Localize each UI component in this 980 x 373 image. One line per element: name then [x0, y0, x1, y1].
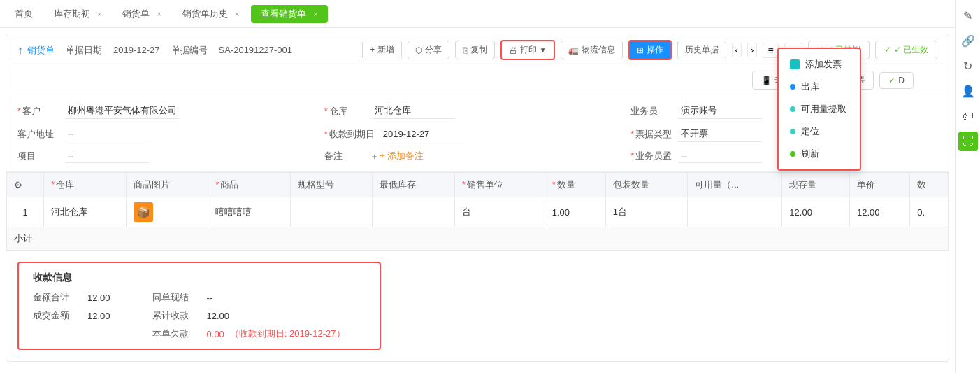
- table-row: 1 河北仓库 📦 嘻嘻嘻嘻 台 1.00 1台 12.00 12.00: [7, 197, 949, 227]
- cell-product: 嘻嘻嘻嘻: [208, 197, 291, 227]
- total-amount-value: 12.00: [87, 293, 110, 303]
- nav-prev-button[interactable]: ‹: [732, 43, 742, 57]
- current-arrears-value: 0.00: [207, 329, 224, 339]
- due-date-note: （收款到期日: 2019-12-27）: [230, 328, 345, 340]
- edit-icon[interactable]: ✎: [958, 6, 978, 25]
- locate-label: 定位: [801, 125, 819, 138]
- logistics-button[interactable]: 🚛 物流信息: [561, 41, 623, 59]
- effective-status: ✓ ✓ 已生效: [875, 41, 937, 59]
- tag-icon[interactable]: 🏷: [958, 106, 978, 126]
- nav-next-button[interactable]: ›: [747, 43, 757, 57]
- tab-sales[interactable]: 销货单 ×: [113, 3, 170, 25]
- expand-icon[interactable]: ⛶: [958, 132, 978, 151]
- tab-sales-close[interactable]: ×: [157, 10, 161, 18]
- cell-seq: 1: [7, 197, 44, 227]
- tab-inventory[interactable]: 库存期初 ×: [45, 3, 110, 25]
- doc-date-value: 2019-12-27: [113, 45, 160, 55]
- cumulative-receipt-value: 12.00: [207, 311, 230, 321]
- operation-button[interactable]: ⊞ 操作: [628, 40, 672, 60]
- due-date-label: 收款到期日: [324, 128, 375, 141]
- payment-info-box: 收款信息 金额合计 12.00 成交金额 12.00: [17, 262, 381, 350]
- col-spec: 规格型号: [290, 173, 373, 197]
- tab-view-sales-close[interactable]: ×: [313, 10, 317, 18]
- locate-item[interactable]: 定位: [779, 120, 860, 143]
- tab-bar: 首页 库存期初 × 销货单 × 销货单历史 × 查看销货单 × ×: [0, 0, 980, 28]
- transaction-amount-value: 12.00: [87, 311, 110, 321]
- add-remark-label: + 添加备注: [380, 150, 424, 162]
- ticket-type-value[interactable]: 不开票: [678, 126, 762, 142]
- due-date-value[interactable]: 2019-12-27: [380, 127, 464, 141]
- available-qty-icon: [790, 106, 795, 112]
- doc-date-label: 单据日期: [66, 44, 102, 57]
- customer-field: 客户 柳州粤港平安气体有限公司: [17, 103, 324, 119]
- cell-qty: 1.00: [545, 197, 605, 227]
- cumulative-receipt-label: 累计收款: [152, 309, 201, 322]
- view-list-button[interactable]: ≡: [763, 43, 778, 58]
- cell-amount: 0.: [910, 197, 949, 227]
- tab-sales-history-close[interactable]: ×: [235, 10, 239, 18]
- due-date-field: 收款到期日 2019-12-27: [324, 127, 631, 141]
- salesman-value[interactable]: --: [678, 149, 762, 163]
- tab-inventory-close[interactable]: ×: [97, 10, 101, 18]
- project-value[interactable]: --: [65, 149, 149, 163]
- logistics-label: 物流信息: [582, 44, 615, 56]
- cell-sales-unit: 台: [454, 197, 545, 227]
- payment-rows: 金额合计 12.00 成交金额 12.00 同单现结 --: [33, 291, 366, 340]
- refresh-item[interactable]: 刷新: [779, 143, 860, 165]
- check-d-button[interactable]: ✓ D: [879, 72, 914, 89]
- transaction-amount-item: 成交金额 12.00: [33, 309, 110, 322]
- col-product-img: 商品图片: [126, 173, 208, 197]
- print-button[interactable]: 🖨 打印 ▼: [500, 40, 555, 60]
- share-button[interactable]: ⬡ 分享: [408, 41, 449, 59]
- product-image: 📦: [134, 202, 153, 222]
- add-remark-button[interactable]: + + 添加备注: [372, 150, 424, 162]
- total-amount-item: 金额合计 12.00: [33, 291, 110, 304]
- col-min-stock: 最低库存: [373, 173, 455, 197]
- subtotal-row: 小计: [7, 227, 949, 251]
- same-order-settlement-label: 同单现结: [152, 291, 201, 304]
- share-label: 分享: [425, 44, 442, 56]
- add-invoice-item[interactable]: 添加发票: [779, 53, 860, 76]
- same-order-settlement-value: --: [207, 293, 213, 303]
- tab-home[interactable]: 首页: [6, 3, 42, 25]
- right-sidebar: ✎ 🔗 ↻ 👤 🏷 ⛶: [955, 0, 980, 373]
- outbound-item[interactable]: 出库: [779, 76, 860, 98]
- project-label: 项目: [17, 150, 59, 162]
- outbound-icon: [790, 84, 795, 90]
- current-arrears-item: 本单欠款 0.00 （收款到期日: 2019-12-27）: [152, 328, 345, 340]
- available-qty-label: 可用量提取: [801, 103, 846, 115]
- tab-view-sales-label: 查看销货单: [261, 8, 306, 20]
- payment-col-left: 金额合计 12.00 成交金额 12.00: [33, 291, 110, 340]
- available-qty-item[interactable]: 可用量提取: [779, 98, 860, 120]
- tab-sales-history[interactable]: 销货单历史 ×: [173, 3, 248, 25]
- address-value[interactable]: --: [65, 127, 149, 141]
- person-icon[interactable]: 👤: [958, 81, 978, 101]
- effective-label: ✓ 已生效: [894, 45, 928, 55]
- same-order-settlement-item: 同单现结 --: [152, 291, 345, 304]
- warehouse-value[interactable]: 河北仓库: [372, 103, 456, 119]
- link-icon[interactable]: 🔗: [958, 31, 978, 50]
- add-invoice-icon: [790, 59, 800, 69]
- col-current-stock: 现存量: [782, 173, 850, 197]
- staff-value: 演示账号: [678, 103, 762, 119]
- cell-available: [688, 197, 782, 227]
- check-d-label: D: [898, 76, 905, 85]
- add-label: + 新增: [370, 44, 394, 56]
- tab-view-sales[interactable]: 查看销货单 ×: [251, 5, 327, 23]
- warehouse-label: 仓库: [324, 105, 366, 118]
- outbound-label: 出库: [801, 80, 819, 93]
- col-product: 商品: [208, 173, 291, 197]
- print-dropdown-icon: ▼: [540, 46, 547, 54]
- tab-sales-history-label: 销货单历史: [182, 8, 228, 20]
- history-button[interactable]: 历史单据: [677, 41, 726, 59]
- rotate-icon[interactable]: ↻: [958, 56, 978, 76]
- print-label: 打印: [520, 44, 537, 56]
- customer-value[interactable]: 柳州粤港平安气体有限公司: [65, 103, 180, 119]
- address-label: 客户地址: [17, 128, 59, 141]
- copy-button[interactable]: ⎘ 复制: [455, 41, 495, 59]
- add-button[interactable]: + 新增: [362, 41, 401, 59]
- cell-min-stock: [373, 197, 455, 227]
- payment-col-right: 同单现结 -- 累计收款 12.00 本单欠款 0.00 （收款到期日: 201…: [152, 291, 345, 340]
- remark-label: 备注: [324, 150, 366, 162]
- cell-product-img: 📦: [126, 197, 208, 227]
